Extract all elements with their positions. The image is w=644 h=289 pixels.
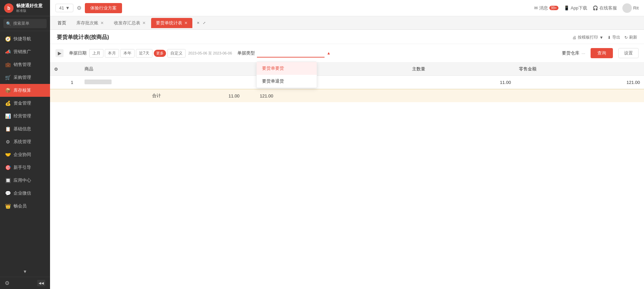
app-download-button[interactable]: 📱 App下载	[564, 5, 587, 11]
purchase-icon: 🛒	[5, 74, 11, 81]
dropdown-item-order-return[interactable]: 要货单退货	[257, 75, 317, 88]
date-range-display: 2023-05-06 至 2023-06-06	[188, 51, 232, 56]
trial-industry-button[interactable]: 体验行业方案	[85, 3, 122, 13]
row-product-cell	[80, 76, 257, 89]
print-dropdown-icon: ▼	[599, 35, 603, 40]
sidebar-item-inventory[interactable]: 📦 库存核算	[0, 84, 50, 97]
print-button[interactable]: 🖨 按模板打印 ▼	[572, 35, 603, 40]
dropdown-item-order-goods[interactable]: 要货单要货	[257, 62, 317, 75]
date-btn-last-7-days[interactable]: 近7天	[136, 49, 152, 58]
col-settings-header[interactable]: ⚙	[50, 63, 64, 76]
topbar-left: 41 ▼ ⚙ 体验行业方案	[55, 3, 122, 13]
print-label: 按模板打印	[578, 35, 598, 40]
collapse-icon: ◀◀	[39, 281, 44, 285]
sidebar-item-finance[interactable]: 💰 资金管理	[0, 97, 50, 110]
col-product-header: 商品	[80, 63, 257, 76]
search-icon: 🔍	[6, 21, 11, 26]
sidebar-item-sales[interactable]: 💼 销售管理	[0, 58, 50, 71]
page-title: 要货单统计表(按商品)	[57, 34, 109, 41]
window-close-button[interactable]: ✕	[196, 21, 200, 25]
user-avatar-button[interactable]: Rit	[622, 3, 639, 13]
filter-bar: ▶ 单据日期 上月 本月 本年 近7天 更多 自定义 2023-05-06 至 …	[50, 44, 644, 63]
tab-home[interactable]: 首页	[53, 18, 71, 28]
tab-order-stat[interactable]: 要货单统计表 ✕	[151, 18, 192, 28]
sidebar: b 畅捷通好生意 标准版 🔍 搜索菜单 🧭 快捷导航 📣 营销推广 💼 销售管理…	[0, 0, 50, 289]
date-btn-this-month[interactable]: 本月	[105, 49, 119, 58]
sidebar-item-basic-info[interactable]: 📋 基础信息	[0, 123, 50, 135]
product-blurred-value	[85, 80, 112, 84]
message-icon: ✉	[534, 5, 538, 10]
tab-collect-label: 收发存汇总表	[114, 20, 140, 26]
sidebar-item-label: 新手引导	[14, 164, 31, 171]
table-body: 1 块 11.00 121.00	[50, 76, 644, 89]
sidebar-logo: b 畅捷通好生意 标准版	[0, 0, 50, 16]
type-dropdown-arrow-icon[interactable]: ▲	[327, 51, 331, 55]
operations-icon: 📊	[5, 113, 11, 119]
sidebar-item-marketing[interactable]: 📣 营销推广	[0, 45, 50, 58]
headset-icon: 🎧	[593, 5, 598, 10]
tab-inventory-close[interactable]: ✕	[100, 21, 104, 25]
date-btn-this-year[interactable]: 本年	[120, 49, 135, 58]
tab-collect-close[interactable]: ✕	[142, 21, 146, 25]
brand-sub: 标准版	[16, 8, 43, 13]
sidebar-item-enterprise[interactable]: 🤝 企业协同	[0, 148, 50, 161]
filter-toggle-button[interactable]: ▶	[55, 49, 64, 57]
footer-total-qty: 11.00	[229, 93, 240, 98]
type-filter-input[interactable]	[257, 49, 325, 58]
page-content: 要货单统计表(按商品) 🖨 按模板打印 ▼ ⬇ 导出 ↻ 刷新 ▶	[50, 30, 644, 289]
sidebar-item-label: 采购管理	[14, 74, 31, 81]
sidebar-item-member[interactable]: 👑 畅会员	[0, 200, 50, 213]
avatar	[622, 3, 632, 13]
app-logo-text: 畅捷通好生意 标准版	[16, 3, 43, 13]
online-service-button[interactable]: 🎧 在线客服	[593, 5, 617, 11]
sidebar-item-purchase[interactable]: 🛒 采购管理	[0, 71, 50, 84]
date-btn-more[interactable]: 更多	[154, 50, 166, 57]
sidebar-item-label: 快捷导航	[14, 36, 31, 42]
export-button[interactable]: ⬇ 导出	[607, 35, 620, 40]
sidebar-item-beginner[interactable]: 🎯 新手引导	[0, 161, 50, 174]
message-badge: 99+	[549, 6, 558, 10]
row-index-cell: 1	[64, 76, 80, 89]
scroll-down-icon: ▼	[23, 269, 27, 274]
row-qty-cell: 11.00	[408, 76, 515, 89]
quick-nav-icon: 🧭	[5, 36, 11, 42]
sidebar-item-wechat[interactable]: 💬 企业微信	[0, 187, 50, 200]
export-label: 导出	[612, 35, 620, 40]
sidebar-item-system[interactable]: ⚙ 系统管理	[0, 135, 50, 148]
collapse-sidebar-button[interactable]: ◀◀	[37, 280, 45, 286]
message-button[interactable]: ✉ 消息 99+	[534, 5, 558, 11]
settings-icon[interactable]: ⚙	[5, 280, 9, 286]
date-btn-custom[interactable]: 自定义	[167, 49, 186, 58]
warehouse-filter-label: 要货仓库	[562, 50, 579, 56]
finance-icon: 💰	[5, 100, 11, 106]
window-maximize-button[interactable]: ⤢	[202, 21, 207, 25]
sidebar-item-quick-nav[interactable]: 🧭 快捷导航	[0, 32, 50, 45]
tab-inventory[interactable]: 库存批次账 ✕	[72, 18, 109, 28]
search-menu-button[interactable]: 🔍 搜索菜单	[3, 19, 47, 28]
sidebar-item-label: 企业协同	[14, 152, 31, 158]
warehouse-more-icon[interactable]: ···	[581, 51, 585, 56]
company-dropdown[interactable]: 41 ▼	[55, 4, 73, 12]
basic-info-icon: 📋	[5, 126, 11, 132]
sidebar-scroll-down[interactable]: ▼	[0, 266, 50, 277]
inventory-icon: 📦	[5, 87, 11, 93]
brand-name: 畅捷通好生意	[16, 3, 43, 9]
settings-gear-icon[interactable]: ⚙	[77, 5, 81, 11]
refresh-button[interactable]: ↻ 刷新	[624, 35, 637, 40]
sidebar-search-section: 🔍 搜索菜单	[0, 16, 50, 31]
date-filter-group: 单据日期 上月 本月 本年 近7天 更多 自定义 2023-05-06 至 20…	[69, 49, 232, 58]
col-qty-header: 主数量	[408, 63, 515, 76]
sidebar-item-operations[interactable]: 📊 经营管理	[0, 110, 50, 123]
mobile-icon: 📱	[564, 5, 569, 10]
tab-order-stat-close[interactable]: ✕	[184, 21, 188, 25]
sidebar-nav: 🧭 快捷导航 📣 营销推广 💼 销售管理 🛒 采购管理 📦 库存核算 💰 资金管…	[0, 31, 50, 266]
tab-collect[interactable]: 收发存汇总表 ✕	[109, 18, 150, 28]
date-btn-last-month[interactable]: 上月	[89, 49, 103, 58]
filter-settings-button[interactable]: 设置	[618, 48, 639, 58]
type-filter-label: 单据类型	[237, 50, 255, 56]
sidebar-item-app-center[interactable]: 🔲 应用中心	[0, 174, 50, 187]
query-button[interactable]: 查询	[591, 48, 613, 58]
date-buttons: 上月 本月 本年 近7天 更多 自定义	[89, 49, 186, 58]
company-value: 41	[59, 5, 64, 10]
member-icon: 👑	[5, 203, 11, 209]
